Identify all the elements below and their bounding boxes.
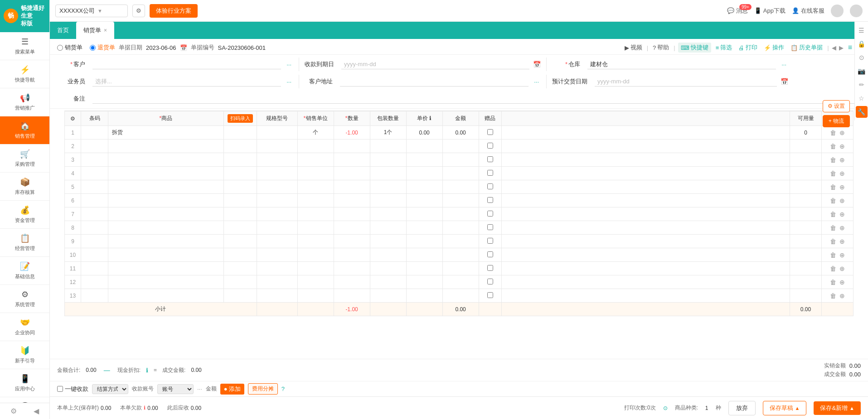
- warehouse-dots[interactable]: ···: [780, 61, 788, 68]
- th-settings[interactable]: ⚙: [65, 111, 81, 126]
- row-amount[interactable]: [442, 167, 479, 180]
- row-pkg-qty[interactable]: [370, 167, 406, 180]
- row-pkg-qty[interactable]: [370, 275, 406, 289]
- row-gift[interactable]: [479, 248, 501, 262]
- row-gift[interactable]: [479, 167, 501, 180]
- row-amount[interactable]: [442, 207, 479, 221]
- one-click-payment-checkbox[interactable]: 一键收款: [57, 385, 88, 393]
- row-unit[interactable]: [297, 235, 334, 248]
- row-gift[interactable]: [479, 221, 501, 235]
- date-calendar-icon[interactable]: 📅: [180, 44, 187, 51]
- row-pkg-qty[interactable]: [370, 153, 406, 167]
- row-barcode[interactable]: [81, 221, 108, 235]
- row-qty[interactable]: [334, 289, 370, 303]
- sidebar-item-weixin[interactable]: 💬 企业微信: [0, 397, 49, 403]
- row-barcode[interactable]: [81, 207, 108, 221]
- row-spec[interactable]: [257, 153, 297, 167]
- side-lock-icon[interactable]: 🔒: [856, 38, 868, 50]
- delete-row-btn[interactable]: 🗑: [830, 197, 836, 204]
- row-pkg-qty[interactable]: [370, 221, 406, 235]
- sidebar-item-enterprise[interactable]: 🤝 企业协同: [0, 313, 49, 341]
- row-price[interactable]: [406, 194, 442, 207]
- gift-checkbox[interactable]: [487, 211, 493, 217]
- row-barcode[interactable]: [81, 262, 108, 275]
- row-amount[interactable]: [442, 248, 479, 262]
- remark-input[interactable]: [92, 94, 861, 104]
- row-qty[interactable]: [334, 248, 370, 262]
- row-pkg-qty[interactable]: [370, 262, 406, 275]
- row-spec[interactable]: [257, 248, 297, 262]
- row-unit[interactable]: [297, 248, 334, 262]
- row-price[interactable]: [406, 235, 442, 248]
- gift-checkbox[interactable]: [487, 156, 493, 162]
- gift-checkbox[interactable]: [487, 292, 493, 298]
- salesperson-dots[interactable]: ···: [285, 78, 293, 85]
- copy-row-btn[interactable]: ⊕: [839, 211, 845, 218]
- account-select[interactable]: 账号: [157, 384, 194, 394]
- row-pkg-qty[interactable]: [370, 194, 406, 207]
- row-spec[interactable]: [257, 126, 297, 140]
- gift-checkbox[interactable]: [487, 170, 493, 176]
- row-unit[interactable]: [297, 262, 334, 275]
- customer-addr-input[interactable]: [340, 77, 529, 87]
- row-price[interactable]: [406, 289, 442, 303]
- tab-sales-order[interactable]: 销货单 ×: [76, 22, 114, 39]
- sidebar-item-inventory[interactable]: 📦 库存核算: [0, 173, 49, 201]
- sidebar-item-beginner[interactable]: 🔰 新手引导: [0, 341, 49, 369]
- row-price[interactable]: [406, 140, 442, 153]
- delete-row-btn[interactable]: 🗑: [830, 183, 836, 191]
- row-gift[interactable]: [479, 289, 501, 303]
- row-product[interactable]: [108, 275, 224, 289]
- sidebar-item-quicknav[interactable]: ⚡ 快捷导航: [0, 60, 49, 88]
- one-click-checkbox-input[interactable]: [57, 386, 63, 392]
- row-qty[interactable]: [334, 235, 370, 248]
- row-amount[interactable]: [442, 221, 479, 235]
- account-dots[interactable]: ···: [197, 385, 202, 392]
- copy-row-btn[interactable]: ⊕: [839, 129, 845, 136]
- row-amount[interactable]: [442, 140, 479, 153]
- delete-row-btn[interactable]: 🗑: [830, 224, 836, 231]
- sidebar-item-ops[interactable]: 📋 经营管理: [0, 229, 49, 257]
- delete-row-btn[interactable]: 🗑: [830, 143, 836, 150]
- payment-method-select[interactable]: 结算方式: [92, 384, 128, 394]
- save-draft-button[interactable]: 保存草稿 ▲: [763, 401, 807, 415]
- row-price[interactable]: [406, 262, 442, 275]
- warehouse-input[interactable]: [587, 59, 776, 69]
- row-pkg-qty[interactable]: [370, 248, 406, 262]
- row-price[interactable]: [406, 153, 442, 167]
- expected-delivery-input[interactable]: [595, 77, 777, 87]
- row-gift[interactable]: [479, 153, 501, 167]
- delete-row-btn[interactable]: 🗑: [830, 211, 836, 218]
- user-avatar2[interactable]: [850, 5, 863, 17]
- side-orange-icon[interactable]: 🔧: [856, 106, 868, 118]
- tab-home[interactable]: 首页: [50, 22, 76, 39]
- row-qty[interactable]: [334, 167, 370, 180]
- settings-footer-icon[interactable]: ⚙: [10, 407, 17, 415]
- filter-btn[interactable]: ≡ 筛选: [714, 43, 734, 53]
- gift-checkbox[interactable]: [487, 279, 493, 284]
- copy-row-btn[interactable]: ⊕: [839, 183, 845, 191]
- customer-addr-dots[interactable]: ···: [532, 78, 541, 85]
- row-price[interactable]: 0.00: [406, 126, 442, 140]
- copy-row-btn[interactable]: ⊕: [839, 279, 845, 286]
- delete-row-btn[interactable]: 🗑: [830, 129, 836, 136]
- row-unit[interactable]: [297, 167, 334, 180]
- row-unit[interactable]: [297, 275, 334, 289]
- gift-checkbox[interactable]: [487, 238, 493, 244]
- copy-row-btn[interactable]: ⊕: [839, 197, 845, 204]
- row-product[interactable]: [108, 153, 224, 167]
- shortcut-btn[interactable]: ⌨ 快捷键: [678, 43, 711, 53]
- row-price[interactable]: [406, 207, 442, 221]
- copy-row-btn[interactable]: ⊕: [839, 265, 845, 272]
- copy-row-btn[interactable]: ⊕: [839, 143, 845, 150]
- row-qty[interactable]: [334, 262, 370, 275]
- sidebar-item-sales[interactable]: 🏠 销售管理: [0, 116, 49, 144]
- row-barcode[interactable]: [81, 235, 108, 248]
- row-unit[interactable]: [297, 221, 334, 235]
- row-barcode[interactable]: [81, 194, 108, 207]
- row-gift[interactable]: [479, 262, 501, 275]
- row-unit[interactable]: [297, 180, 334, 194]
- row-spec[interactable]: [257, 207, 297, 221]
- radio-sales-input[interactable]: [57, 45, 63, 51]
- row-price[interactable]: [406, 275, 442, 289]
